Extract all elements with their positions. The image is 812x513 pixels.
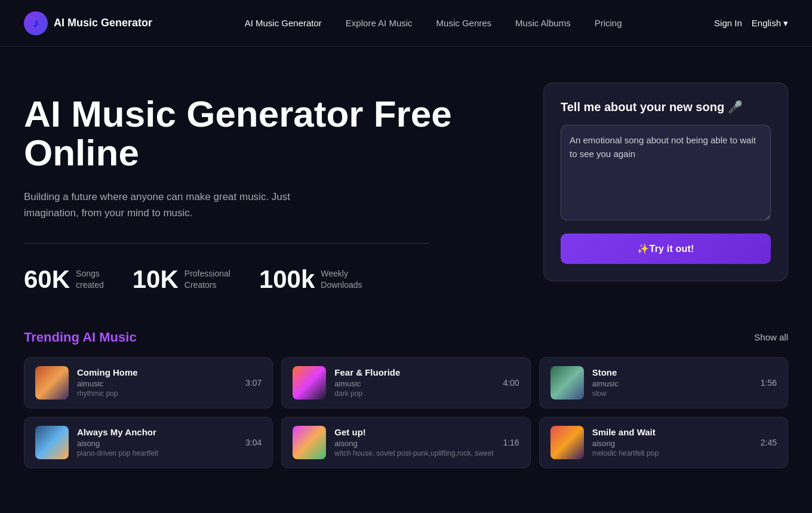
logo-music-icon: ♪ <box>33 16 39 30</box>
track-duration: 3:07 <box>245 378 262 388</box>
track-artist: aisong <box>77 439 237 448</box>
track-thumbnail-fear-fluoride <box>293 366 326 400</box>
track-genre: rhythmic pop <box>77 389 237 398</box>
stat-songs: 60K Songs created <box>24 265 104 294</box>
chevron-down-icon: ▾ <box>783 18 788 29</box>
nav-link-pricing[interactable]: Pricing <box>585 13 632 33</box>
track-info-get-up: Get up! aisong witch house, soviet post-… <box>334 427 494 457</box>
hero-title: AI Music Generator Free Online <box>24 94 519 172</box>
hero-subtitle: Building a future where anyone can make … <box>24 189 310 221</box>
track-genre: witch house, soviet post-punk,uplifting,… <box>334 449 494 457</box>
try-it-out-button[interactable]: ✨Try it out! <box>561 234 771 264</box>
track-card-coming-home[interactable]: Coming Home aimusic rhythmic pop 3:07 <box>24 357 273 408</box>
stat-songs-label: Songs created <box>76 268 104 290</box>
track-artist: aimusic <box>77 379 237 388</box>
track-thumbnail-get-up <box>293 426 326 459</box>
track-name: Smile and Wait <box>592 427 752 437</box>
track-info-fear-fluoride: Fear & Fluoride aimusic dark pop <box>334 367 494 398</box>
logo-text: AI Music Generator <box>54 17 152 29</box>
track-card-get-up[interactable]: Get up! aisong witch house, soviet post-… <box>281 417 530 468</box>
track-name: Always My Anchor <box>77 427 237 437</box>
track-thumbnail-coming-home <box>35 366 69 400</box>
card-title: Tell me about your new song 🎤 <box>561 100 771 114</box>
track-card-stone[interactable]: Stone aimusic slow 1:56 <box>539 357 788 408</box>
stat-downloads-label: Weekly Downloads <box>321 268 362 290</box>
track-artist: aimusic <box>592 379 752 388</box>
language-label: English <box>752 18 781 28</box>
track-info-always-my-anchor: Always My Anchor aisong piano-driven pop… <box>77 427 237 457</box>
navbar: ♪ AI Music Generator AI Music Generator … <box>0 0 812 47</box>
song-generator-card: Tell me about your new song 🎤 ✨Try it ou… <box>543 82 788 281</box>
nav-right: Sign In English ▾ <box>714 18 788 29</box>
tracks-grid: Coming Home aimusic rhythmic pop 3:07 Fe… <box>24 357 788 468</box>
trending-section: Trending AI Music Show all Coming Home a… <box>0 318 812 492</box>
nav-link-music-albums[interactable]: Music Albums <box>506 13 580 33</box>
language-selector[interactable]: English ▾ <box>752 18 788 29</box>
track-card-fear-fluoride[interactable]: Fear & Fluoride aimusic dark pop 4:00 <box>281 357 530 408</box>
track-name: Fear & Fluoride <box>334 367 494 377</box>
trending-header: Trending AI Music Show all <box>24 330 788 345</box>
logo-icon: ♪ <box>24 11 48 35</box>
hero-section: AI Music Generator Free Online Building … <box>0 47 812 318</box>
track-thumbnail-smile-and-wait <box>550 426 584 459</box>
track-name: Stone <box>592 367 752 377</box>
nav-link-ai-music-generator[interactable]: AI Music Generator <box>235 13 331 33</box>
track-genre: piano-driven pop heartfelt <box>77 449 237 457</box>
track-genre: dark pop <box>334 389 494 398</box>
track-card-always-my-anchor[interactable]: Always My Anchor aisong piano-driven pop… <box>24 417 273 468</box>
track-genre: slow <box>592 389 752 398</box>
track-thumbnail-always-my-anchor <box>35 426 69 459</box>
track-genre: melodic heartfelt pop <box>592 449 752 457</box>
track-duration: 1:56 <box>761 378 777 388</box>
sign-in-button[interactable]: Sign In <box>714 18 742 28</box>
hero-divider <box>24 243 430 244</box>
nav-link-music-genres[interactable]: Music Genres <box>427 13 502 33</box>
show-all-button[interactable]: Show all <box>754 332 788 342</box>
trending-title: Trending AI Music <box>24 330 137 345</box>
nav-link-explore-ai-music[interactable]: Explore AI Music <box>336 13 422 33</box>
stat-creators-label: Professional Creators <box>184 268 230 290</box>
track-artist: aisong <box>334 439 494 448</box>
track-artist: aisong <box>592 439 752 448</box>
track-thumbnail-stone <box>550 366 584 400</box>
track-name: Coming Home <box>77 367 237 377</box>
track-duration: 2:45 <box>761 438 777 447</box>
track-artist: aimusic <box>334 379 494 388</box>
stat-creators: 10K Professional Creators <box>133 265 230 294</box>
stat-downloads: 100k Weekly Downloads <box>259 265 362 294</box>
stat-creators-number: 10K <box>133 265 179 294</box>
track-duration: 1:16 <box>503 438 519 447</box>
logo[interactable]: ♪ AI Music Generator <box>24 11 152 35</box>
track-info-coming-home: Coming Home aimusic rhythmic pop <box>77 367 237 398</box>
track-info-smile-and-wait: Smile and Wait aisong melodic heartfelt … <box>592 427 752 457</box>
track-card-smile-and-wait[interactable]: Smile and Wait aisong melodic heartfelt … <box>539 417 788 468</box>
stat-songs-number: 60K <box>24 265 70 294</box>
track-info-stone: Stone aimusic slow <box>592 367 752 398</box>
track-name: Get up! <box>334 427 494 437</box>
track-duration: 3:04 <box>245 438 262 447</box>
stat-downloads-number: 100k <box>259 265 315 294</box>
nav-links: AI Music Generator Explore AI Music Musi… <box>235 13 632 33</box>
hero-left: AI Music Generator Free Online Building … <box>24 82 519 294</box>
track-duration: 4:00 <box>503 378 519 388</box>
song-description-input[interactable] <box>561 125 771 220</box>
hero-stats: 60K Songs created 10K Professional Creat… <box>24 265 519 294</box>
